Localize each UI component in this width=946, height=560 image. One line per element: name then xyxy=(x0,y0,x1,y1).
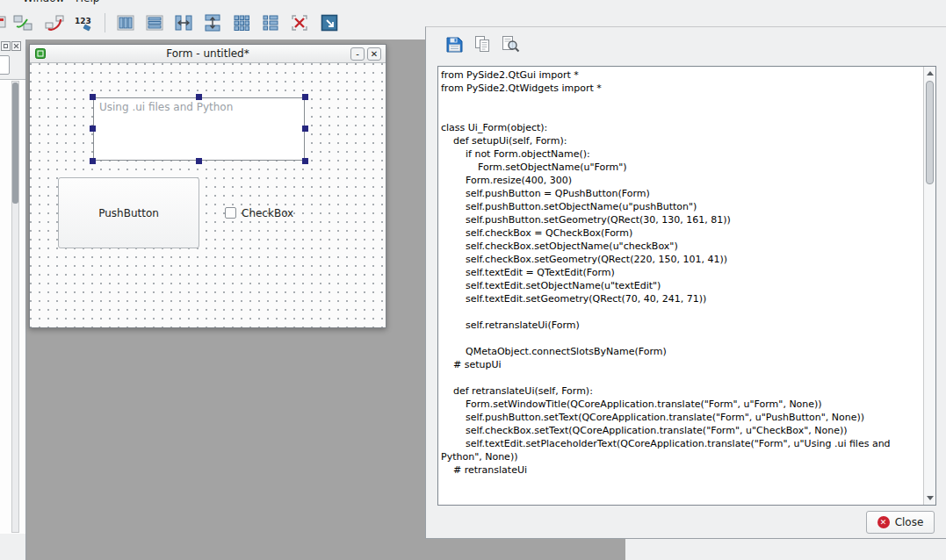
form-editor-window[interactable]: Form - untitled* - ✕ Using .ui files and… xyxy=(29,44,386,328)
layout-vertical-splitter-icon[interactable] xyxy=(202,12,223,33)
resize-handle[interactable] xyxy=(302,158,308,164)
checkbox-widget[interactable]: CheckBox xyxy=(225,195,314,231)
qt-designer-app: Window Help 123 xyxy=(0,0,946,560)
checkbox-label: CheckBox xyxy=(242,207,293,219)
minimize-button[interactable]: - xyxy=(350,47,365,61)
layout-form-icon[interactable] xyxy=(260,12,281,33)
textedit-widget[interactable]: Using .ui files and Python xyxy=(93,97,305,161)
pushbutton-label: PushButton xyxy=(98,207,159,219)
menu-help[interactable]: Help xyxy=(76,0,99,4)
resize-handle[interactable] xyxy=(196,94,202,100)
close-window-button[interactable]: ✕ xyxy=(367,47,381,61)
edit-widgets-icon[interactable] xyxy=(0,12,11,33)
widget-filter-input[interactable] xyxy=(0,55,10,75)
layout-horizontal-icon[interactable] xyxy=(115,12,136,33)
scroll-down-icon[interactable] xyxy=(927,496,934,500)
resize-handle[interactable] xyxy=(302,94,308,100)
code-scrollbar-thumb[interactable] xyxy=(926,81,934,184)
main-toolbar: 123 xyxy=(0,9,425,39)
break-layout-icon[interactable] xyxy=(289,12,310,33)
checkbox-indicator[interactable] xyxy=(225,207,236,219)
widget-box-dock xyxy=(0,39,26,560)
dock-float-icon[interactable] xyxy=(1,41,11,51)
edit-tab-order-icon[interactable]: 123 xyxy=(74,12,95,33)
code-text: from PySide2.QtGui import * from PySide2… xyxy=(438,67,923,505)
close-button[interactable]: ✕ Close xyxy=(866,511,935,534)
menu-window[interactable]: Window xyxy=(23,0,64,4)
edit-signals-slots-icon[interactable] xyxy=(12,12,33,33)
close-button-label: Close xyxy=(895,516,924,528)
menubar: Window Help xyxy=(0,0,946,7)
resize-handle[interactable] xyxy=(90,94,96,100)
code-scrollbar[interactable] xyxy=(923,67,935,505)
dock-close-icon[interactable] xyxy=(11,41,21,51)
save-icon[interactable] xyxy=(444,33,465,54)
code-preview-dialog: from PySide2.QtGui import * from PySide2… xyxy=(425,26,946,539)
resize-handle[interactable] xyxy=(302,126,308,132)
form-canvas[interactable]: Using .ui files and Python PushButton Ch… xyxy=(30,63,386,327)
resize-handle[interactable] xyxy=(90,158,96,164)
adjust-size-icon[interactable] xyxy=(319,12,340,33)
find-icon[interactable] xyxy=(500,33,521,54)
resize-handle[interactable] xyxy=(90,126,96,132)
close-icon: ✕ xyxy=(877,516,890,528)
resize-handle[interactable] xyxy=(196,158,202,164)
widget-box-list[interactable] xyxy=(0,79,25,534)
layout-horizontal-splitter-icon[interactable] xyxy=(173,12,194,33)
toolbar-separator xyxy=(105,13,105,32)
form-window-titlebar[interactable]: Form - untitled* - ✕ xyxy=(30,45,386,63)
form-window-title: Form - untitled* xyxy=(30,47,386,60)
edit-buddies-icon[interactable] xyxy=(44,12,65,33)
layout-grid-icon[interactable] xyxy=(231,12,252,33)
svg-text:123: 123 xyxy=(75,17,91,25)
scroll-up-icon[interactable] xyxy=(927,71,934,75)
textedit-placeholder: Using .ui files and Python xyxy=(94,98,304,116)
copy-icon[interactable] xyxy=(472,33,493,54)
resource-browser-dock: <resource root> xyxy=(625,539,946,560)
layout-vertical-icon[interactable] xyxy=(144,12,165,33)
widget-box-scrollbar[interactable] xyxy=(11,81,19,533)
pushbutton-widget[interactable]: PushButton xyxy=(58,177,199,248)
widget-box-scrollbar-thumb[interactable] xyxy=(12,83,18,204)
code-view[interactable]: from PySide2.QtGui import * from PySide2… xyxy=(437,66,936,506)
